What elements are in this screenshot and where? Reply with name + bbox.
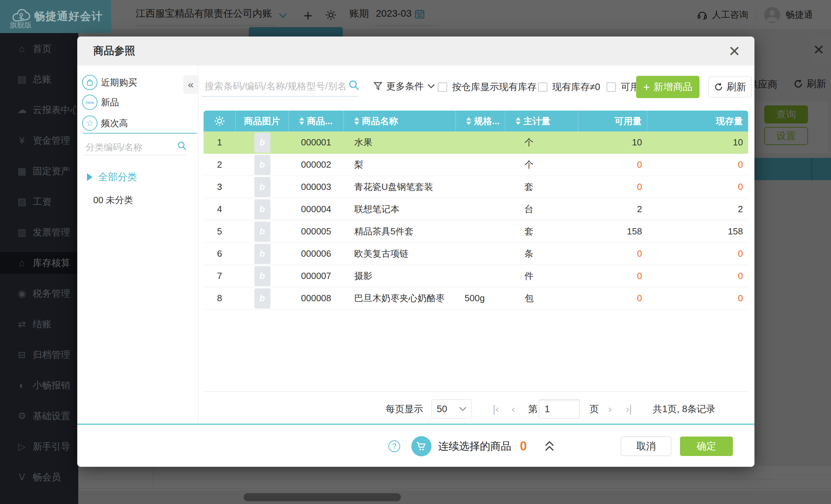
selected-products-label: 连续选择的商品 (438, 425, 511, 468)
record-summary: 共1页, 8条记录 (653, 399, 715, 419)
new-icon: new (82, 95, 97, 110)
first-page-button[interactable]: |‹ (493, 399, 499, 419)
product-unit: 台 (505, 198, 578, 220)
product-image: b (236, 131, 289, 153)
checkbox-icon[interactable] (438, 82, 447, 92)
row-index: 4 (204, 198, 236, 220)
brand-name: 畅捷通好会计 (34, 9, 103, 24)
table-row[interactable]: 6b000006欧美复古项链条00 (204, 243, 748, 265)
table-row[interactable]: 7b000007摄影件00 (204, 265, 748, 287)
category-tree-item[interactable]: 00 未分类 (93, 194, 133, 206)
category-search-input[interactable]: 分类编码/名称 (83, 140, 186, 153)
table-row[interactable]: 4b000004联想笔记本台22 (204, 198, 748, 221)
panel-divider (83, 133, 197, 134)
add-product-button[interactable]: + 新增商品 (636, 76, 699, 98)
table-row[interactable]: 5b000005精品茶具5件套套158158 (204, 221, 748, 243)
row-index: 2 (204, 154, 236, 176)
cancel-button[interactable]: 取消 (621, 437, 671, 456)
cart-icon (411, 436, 432, 456)
product-image-placeholder-icon: b (254, 244, 270, 264)
row-index: 5 (204, 221, 236, 242)
product-name: 巴旦木奶枣夹心奶酪枣 (344, 287, 456, 309)
product-unit: 包 (505, 287, 578, 309)
product-image-placeholder-icon: b (254, 288, 270, 309)
bag-icon (82, 75, 97, 90)
dialog-footer: ? 连续选择的商品 0 取消 确定 (77, 424, 754, 467)
shortcut-high-frequency[interactable]: ☆ 频次高 (77, 113, 198, 133)
dialog-main: 搜索条码/编码/名称/规格型号/别名 更多条件 按仓库显示现有库存现有库存≠0可… (198, 65, 754, 424)
page-number-input[interactable]: 1 (539, 399, 580, 419)
table-row[interactable]: 3b000003青花瓷U盘钢笔套装套00 (204, 176, 748, 198)
available-qty: 10 (578, 131, 647, 153)
more-filters-button[interactable]: 更多条件 (373, 80, 435, 93)
available-qty: 0 (578, 176, 647, 198)
shortcut-recent-purchase[interactable]: 近期购买 (77, 72, 198, 93)
confirm-button[interactable]: 确定 (680, 437, 733, 456)
table-row[interactable]: 2b000002梨个00 (204, 154, 748, 176)
product-code: 000004 (289, 198, 344, 220)
funnel-icon (373, 81, 383, 91)
header-product-code[interactable]: 商品... (289, 111, 344, 131)
checkbox-icon[interactable] (538, 82, 547, 92)
header-product-image[interactable]: 商品图片 (236, 111, 289, 131)
header-product-name[interactable]: 商品名称 (344, 111, 456, 131)
product-image: b (236, 176, 289, 198)
product-spec (456, 131, 505, 153)
help-icon[interactable]: ? (388, 440, 400, 452)
product-spec (456, 154, 505, 176)
per-page-select[interactable]: 50 (432, 399, 472, 419)
close-icon[interactable]: ✕ (728, 43, 741, 60)
product-search-placeholder: 搜索条码/编码/名称/规格型号/别名 (205, 80, 347, 93)
table-row[interactable]: 8b000008巴旦木奶枣夹心奶酪枣500g包00 (204, 287, 748, 310)
filter-checkbox-1[interactable]: 现有库存≠0 (538, 81, 600, 93)
prev-page-button[interactable]: ‹ (512, 399, 515, 419)
row-index: 8 (204, 287, 236, 309)
product-spec: 500g (456, 287, 505, 309)
product-spec (456, 243, 505, 265)
product-search-input[interactable]: 搜索条码/编码/名称/规格型号/别名 (202, 75, 358, 97)
collapse-panel-button[interactable]: « (183, 75, 198, 94)
expand-triangle-icon (87, 173, 93, 181)
search-icon (177, 141, 187, 151)
product-code: 000006 (289, 243, 344, 265)
gear-icon (214, 115, 225, 127)
double-chevron-up-icon[interactable] (544, 440, 555, 453)
category-tree-root[interactable]: 全部分类 (87, 170, 137, 184)
shortcut-new-products[interactable]: new 新品 (77, 92, 198, 112)
product-unit: 条 (505, 243, 578, 265)
product-unit: 个 (505, 131, 578, 153)
column-settings-header[interactable] (204, 111, 236, 131)
selected-products-count: 0 (520, 425, 527, 468)
per-page-label: 每页显示 (386, 399, 423, 419)
header-unit[interactable]: 主计量 (505, 111, 578, 131)
chevron-down-icon (459, 407, 467, 411)
plus-icon: + (643, 80, 650, 94)
onhand-qty: 0 (647, 287, 748, 309)
product-image-placeholder-icon: b (254, 155, 270, 175)
table-row[interactable]: 1b000001水果个1010 (204, 131, 748, 154)
onhand-qty: 0 (647, 243, 748, 265)
header-onhand-qty[interactable]: 现存量 (647, 111, 748, 131)
table-card-bottom-border (204, 391, 748, 392)
product-code: 000008 (289, 287, 344, 309)
onhand-qty: 10 (647, 131, 748, 153)
product-reference-dialog: 商品参照 ✕ 近期购买 new 新品 ☆ 频次高 (77, 37, 754, 467)
onhand-qty: 0 (647, 176, 748, 198)
filter-checkbox-0[interactable]: 按仓库显示现有库存 (438, 81, 537, 93)
product-name: 青花瓷U盘钢笔套装 (344, 176, 456, 198)
product-name: 精品茶具5件套 (344, 221, 456, 242)
row-index: 3 (204, 176, 236, 198)
product-spec (456, 176, 505, 198)
last-page-button[interactable]: ›| (626, 399, 632, 419)
product-unit: 件 (505, 265, 578, 287)
checkbox-icon[interactable] (607, 82, 616, 92)
product-image-placeholder-icon: b (254, 133, 270, 153)
refresh-button[interactable]: 刷新 (709, 77, 752, 97)
header-spec[interactable]: 规格... (456, 111, 505, 131)
onhand-qty: 2 (647, 198, 748, 220)
header-available-qty[interactable]: 可用量 (578, 111, 647, 131)
next-page-button[interactable]: › (608, 399, 612, 419)
brand-block: 畅捷通好会计 旗舰版 (0, 0, 111, 33)
sort-icon (516, 117, 521, 125)
product-spec (456, 221, 505, 242)
